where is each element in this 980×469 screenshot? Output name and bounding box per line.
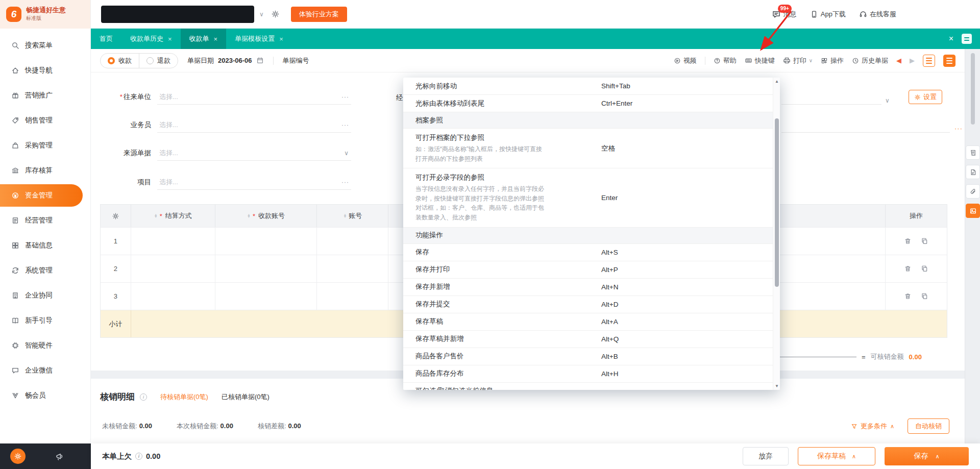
table-cell[interactable] xyxy=(215,283,317,310)
chevron-down-icon[interactable]: ∨ xyxy=(885,97,890,104)
sidebar-item-sync[interactable]: 系统管理 xyxy=(0,258,90,283)
sidebar-item-building[interactable]: 企业协同 xyxy=(0,283,90,308)
chevron-down-icon[interactable]: ∨ xyxy=(344,150,349,157)
ellipsis-icon[interactable]: ··· xyxy=(341,121,349,129)
print-button[interactable]: 打印 ∨ xyxy=(783,56,813,65)
table-cell[interactable] xyxy=(215,228,317,255)
sidebar-item-tag[interactable]: 销售管理 xyxy=(0,108,90,133)
ellipsis-icon[interactable]: ··· xyxy=(954,125,963,132)
sort-icon[interactable]: ▲▼ xyxy=(343,214,347,218)
sort-icon[interactable]: ▲▼ xyxy=(154,214,158,218)
app-download-button[interactable]: App下载 xyxy=(810,10,846,19)
organization-select[interactable] xyxy=(101,6,254,23)
grid-view-toggle[interactable] xyxy=(943,55,955,67)
table-cell[interactable] xyxy=(131,255,215,282)
prev-doc-icon[interactable]: ◀ xyxy=(896,57,901,64)
sidebar-item-search[interactable]: 搜索菜单 xyxy=(0,33,90,58)
delete-row-icon[interactable] xyxy=(904,237,912,245)
history-button[interactable]: 历史单据 xyxy=(852,56,888,65)
online-service-button[interactable]: 在线客服 xyxy=(859,10,896,19)
table-cell[interactable] xyxy=(131,283,215,310)
attachment-tool-button[interactable] xyxy=(966,184,980,199)
tab-3[interactable]: 单据模板设置× xyxy=(226,29,292,49)
sidebar-item-gift[interactable]: 营销推广 xyxy=(0,83,90,108)
video-button[interactable]: 视频 xyxy=(674,56,697,65)
form-input-0[interactable]: 选择...··· xyxy=(157,89,351,105)
tab-done-writeoff[interactable]: 已核销单据(0笔) xyxy=(222,392,270,402)
tab-2[interactable]: 收款单× xyxy=(181,29,227,49)
messages-button[interactable]: 消息 99+ xyxy=(772,10,797,19)
copy-row-icon[interactable] xyxy=(921,237,928,245)
delete-row-icon[interactable] xyxy=(904,292,912,300)
sidebar-item-home[interactable]: 快捷导航 xyxy=(0,58,90,83)
next-doc-icon[interactable]: ▶ xyxy=(910,57,915,64)
form-input-1[interactable]: 选择...··· xyxy=(157,117,351,133)
table-cell[interactable] xyxy=(215,255,317,282)
save-draft-button[interactable]: 保存草稿 ∧ xyxy=(798,447,875,465)
copy-row-icon[interactable] xyxy=(921,265,928,273)
refund-radio[interactable]: 退款 xyxy=(139,54,178,68)
info-icon[interactable] xyxy=(140,393,147,401)
hotkey-button[interactable]: 快捷键 xyxy=(745,56,775,65)
scroll-down-icon[interactable]: ▼ xyxy=(773,384,780,388)
copy-row-icon[interactable] xyxy=(921,292,928,300)
tab-list-button[interactable] xyxy=(962,34,972,44)
sidebar-item-bank[interactable]: 库存核算 xyxy=(0,158,90,183)
close-tab-icon[interactable]: × xyxy=(214,36,218,42)
scroll-up-icon[interactable]: ▲ xyxy=(773,79,780,84)
image-tool-button[interactable] xyxy=(966,204,980,218)
column-header-2[interactable]: ▲▼*收款账号 xyxy=(215,205,317,227)
settings-gear-button[interactable] xyxy=(10,449,26,464)
table-cell[interactable] xyxy=(317,283,388,310)
auto-writeoff-button[interactable]: 自动核销 xyxy=(908,418,949,434)
cancel-button[interactable]: 放弃 xyxy=(743,447,789,465)
tab-pending-writeoff[interactable]: 待核销单据(0笔) xyxy=(160,392,208,402)
close-tab-icon[interactable]: × xyxy=(279,36,283,42)
doc-date-value[interactable]: 2023-06-06 xyxy=(218,57,252,64)
sidebar-item-coin[interactable]: 资金管理 xyxy=(0,184,83,207)
save-button[interactable]: 保存 ∧ xyxy=(885,447,969,465)
column-header-0[interactable] xyxy=(101,205,131,227)
delete-row-icon[interactable] xyxy=(904,265,912,273)
table-cell[interactable] xyxy=(317,228,388,255)
close-all-tabs-icon[interactable]: × xyxy=(949,34,953,43)
modal-scrollbar[interactable]: ▲ ▼ xyxy=(773,78,780,390)
column-header-5[interactable]: 操作 xyxy=(886,205,947,227)
table-settings-icon[interactable] xyxy=(112,212,119,220)
page-scrollbar[interactable] xyxy=(971,53,975,125)
document-tool-button[interactable] xyxy=(966,165,980,179)
sidebar-item-grid[interactable]: 基础信息 xyxy=(0,233,90,258)
tab-1[interactable]: 收款单历史× xyxy=(121,29,181,49)
table-cell[interactable] xyxy=(131,228,215,255)
help-button[interactable]: 帮助 xyxy=(714,56,737,65)
sidebar-item-book[interactable]: 新手引导 xyxy=(0,308,90,333)
sort-icon[interactable]: ▲▼ xyxy=(247,214,251,218)
tab-0[interactable]: 首页 xyxy=(91,29,121,49)
actions-button[interactable]: 操作 xyxy=(821,56,844,65)
sidebar-item-vip[interactable]: 畅会员 xyxy=(0,383,90,408)
ellipsis-icon[interactable]: ··· xyxy=(341,93,349,101)
table-cell[interactable] xyxy=(317,255,388,282)
column-header-3[interactable]: ▲▼账号 xyxy=(317,205,388,227)
close-tab-icon[interactable]: × xyxy=(168,36,172,42)
receipt-radio[interactable]: 收款 xyxy=(101,54,139,68)
chevron-down-icon[interactable]: ∨ xyxy=(259,11,264,18)
column-header-1[interactable]: ▲▼*结算方式 xyxy=(131,205,215,227)
sidebar-item-doc[interactable]: 经营管理 xyxy=(0,208,90,233)
experience-plan-button[interactable]: 体验行业方案 xyxy=(291,7,347,22)
list-view-toggle[interactable] xyxy=(923,55,935,67)
ellipsis-icon[interactable]: ··· xyxy=(341,179,349,186)
sidebar-item-bag[interactable]: 采购管理 xyxy=(0,133,90,158)
info-icon[interactable] xyxy=(135,453,142,460)
more-filters-button[interactable]: 更多条件 ∧ xyxy=(851,422,894,431)
org-settings-icon[interactable] xyxy=(271,10,280,18)
modal-scroll-thumb[interactable] xyxy=(775,118,779,287)
sidebar-item-chat[interactable]: 企业微信 xyxy=(0,358,90,383)
form-input-3[interactable]: 选择...··· xyxy=(157,175,351,190)
announcement-button[interactable] xyxy=(55,452,64,461)
sidebar-item-chip[interactable]: 智能硬件 xyxy=(0,333,90,358)
receipt-tool-button[interactable] xyxy=(966,145,980,160)
form-input-2[interactable]: 选择...∨ xyxy=(157,145,351,161)
calendar-icon[interactable] xyxy=(256,57,264,64)
template-settings-button[interactable]: 设置 xyxy=(909,90,942,104)
